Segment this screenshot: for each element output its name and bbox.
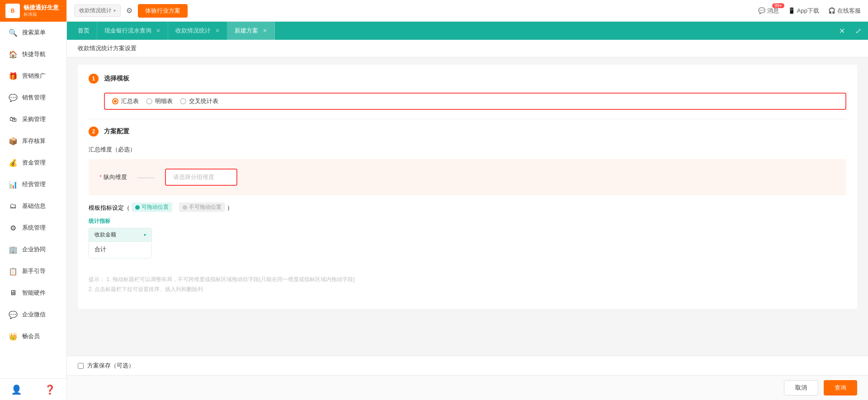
dimension-select-input[interactable]: 请选择分组维度 <box>165 169 237 186</box>
cancel-button[interactable]: 取消 <box>784 380 818 395</box>
logo-icon: B <box>5 4 20 18</box>
tab-bank[interactable]: 现金银行流水查询 ✕ <box>97 22 168 40</box>
purchase-icon: 🛍 <box>9 115 18 123</box>
search-icon: 🔍 <box>9 28 18 37</box>
sales-icon: 💬 <box>9 94 18 102</box>
sidebar-label-corp: 企业协同 <box>22 245 46 254</box>
sidebar-item-quicknav[interactable]: 🏠 快捷导航 <box>0 43 66 65</box>
footer-save: 方案保存（可选） <box>67 356 868 375</box>
dimension-title-text: 汇总维度（必选） <box>89 146 136 153</box>
sidebar-user-btn[interactable]: 👤 <box>0 379 33 400</box>
dimension-title: 汇总维度（必选） <box>89 146 846 154</box>
template-option-cross[interactable]: 交叉统计表 <box>180 97 218 105</box>
app-download-button[interactable]: 📱 App下载 <box>788 7 819 15</box>
hardware-icon: 🖥 <box>9 289 18 297</box>
app-label: App下载 <box>797 7 819 15</box>
sidebar-label-wechat: 企业微信 <box>22 311 46 319</box>
tab-newplan[interactable]: 新建方案 ✕ <box>227 22 275 40</box>
sidebar-label-operation: 经营管理 <box>22 180 46 188</box>
main-section: 1 选择模板 汇总表 明细表 交叉统计表 <box>78 65 857 309</box>
sidebar-label-marketing: 营销推广 <box>22 72 46 80</box>
sidebar-item-sales[interactable]: 💬 销售管理 <box>0 87 66 108</box>
tab-expand-icon[interactable]: ⤢ <box>852 24 864 37</box>
dimension-placeholder: 请选择分组维度 <box>173 174 214 180</box>
template-cross-label: 交叉统计表 <box>189 97 218 105</box>
finance-icon: 💰 <box>9 159 18 167</box>
tab-home-label: 首页 <box>78 27 90 35</box>
metrics-label-row: 模板指标设定（ 可拖动位置 不可拖动位置 ） <box>89 202 846 212</box>
sidebar-item-basic[interactable]: 🗂 基础信息 <box>0 195 66 217</box>
tabbar-controls: ✕ ⤢ <box>835 24 864 37</box>
config-section: 汇总维度（必选） * 纵向维度 —— 请选择分组维度 <box>89 146 846 300</box>
sidebar-label-sales: 销售管理 <box>22 94 46 102</box>
template-summary-label: 汇总表 <box>121 97 139 105</box>
sidebar-label-system: 系统管理 <box>22 224 46 232</box>
step2-badge: 2 <box>89 127 99 136</box>
metrics-col-subtotal: 合计 <box>94 246 106 253</box>
metrics-col-header-payment[interactable]: 收款金额 ▾ <box>89 228 151 242</box>
message-badge: 99+ <box>772 3 784 8</box>
corp-icon: 🏢 <box>9 245 18 254</box>
sidebar-label-basic: 基础信息 <box>22 202 46 210</box>
logo-text: 畅捷通好生意 <box>24 4 59 11</box>
home-icon: 🏠 <box>9 50 18 59</box>
breadcrumb[interactable]: 收款情况统计 ▾ <box>74 5 121 17</box>
sidebar-item-hardware[interactable]: 🖥 智能硬件 <box>0 282 66 304</box>
sidebar-item-finance[interactable]: 💰 资金管理 <box>0 152 66 174</box>
message-button[interactable]: 💬 消息 99+ <box>758 7 779 15</box>
template-option-detail[interactable]: 明细表 <box>146 97 173 105</box>
inventory-icon: 📦 <box>9 137 18 146</box>
save-plan-label: 方案保存（可选） <box>87 362 134 370</box>
main-area: 收款情况统计 ▾ ⚙ 体验行业方案 💬 消息 99+ 📱 App下载 🎧 在线客… <box>67 0 868 400</box>
sidebar-item-search[interactable]: 🔍 搜索菜单 <box>0 22 66 43</box>
topbar-right: 💬 消息 99+ 📱 App下载 🎧 在线客服 <box>758 7 861 15</box>
sidebar-item-member[interactable]: 👑 畅会员 <box>0 325 66 347</box>
tab-newplan-close-icon[interactable]: ✕ <box>263 28 267 34</box>
content-header-title: 收款情况统计方案设置 <box>78 45 137 52</box>
sidebar-label-member: 畅会员 <box>22 332 40 340</box>
dimension-required-star: * 纵向维度 <box>99 173 127 181</box>
metrics-title: 模板指标设定（ 可拖动位置 不可拖动位置 ） <box>89 202 233 212</box>
member-icon: 👑 <box>9 332 18 341</box>
metrics-grid-section-header: 统计指标 <box>89 217 846 225</box>
tab-collection[interactable]: 收款情况统计 ✕ <box>168 22 227 40</box>
content-body: 1 选择模板 汇总表 明细表 交叉统计表 <box>67 57 868 356</box>
app-icon: 📱 <box>788 7 795 14</box>
query-button[interactable]: 查询 <box>824 380 857 395</box>
tabbar: 首页 现金银行流水查询 ✕ 收款情况统计 ✕ 新建方案 ✕ ✕ ⤢ <box>67 22 868 40</box>
topbar: 收款情况统计 ▾ ⚙ 体验行业方案 💬 消息 99+ 📱 App下载 🎧 在线客… <box>67 0 868 22</box>
service-label: 在线客服 <box>837 7 861 15</box>
dimension-arrow-icon: —— <box>138 173 154 182</box>
industry-plan-button[interactable]: 体验行业方案 <box>138 4 188 18</box>
action-bar: 取消 查询 <box>67 375 868 400</box>
sidebar-label-inventory: 库存核算 <box>22 137 46 145</box>
template-option-summary[interactable]: 汇总表 <box>112 97 139 105</box>
sidebar-item-marketing[interactable]: 🎁 营销推广 <box>0 65 66 87</box>
step2-label: 方案配置 <box>104 127 129 136</box>
step1-row: 1 选择模板 <box>89 74 846 84</box>
metrics-col-body-payment: 合计 <box>89 242 151 258</box>
sidebar-item-corp[interactable]: 🏢 企业协同 <box>0 239 66 260</box>
sidebar-item-purchase[interactable]: 🛍 采购管理 <box>0 108 66 130</box>
sidebar-item-inventory[interactable]: 📦 库存核算 <box>0 130 66 152</box>
tab-close-all-icon[interactable]: ✕ <box>835 24 848 37</box>
sidebar-label-quicknav: 快捷导航 <box>22 50 46 58</box>
template-detail-label: 明细表 <box>155 97 173 105</box>
save-plan-checkbox[interactable] <box>78 363 84 369</box>
radio-detail-dot <box>146 98 152 104</box>
sidebar-help-btn[interactable]: ❓ <box>33 379 67 400</box>
sidebar-item-guide[interactable]: 📋 新手引导 <box>0 260 66 282</box>
tab-home[interactable]: 首页 <box>71 22 97 40</box>
system-icon: ⚙ <box>9 224 18 232</box>
online-service-button[interactable]: 🎧 在线客服 <box>828 7 861 15</box>
settings-icon[interactable]: ⚙ <box>126 6 132 15</box>
tab-collection-close-icon[interactable]: ✕ <box>215 28 220 34</box>
draggable-dot-icon <box>135 205 140 210</box>
tab-bank-close-icon[interactable]: ✕ <box>156 28 160 34</box>
sidebar-item-wechat[interactable]: 💬 企业微信 <box>0 304 66 325</box>
sidebar: B 畅捷通好生意 标准版 🔍 搜索菜单 🏠 快捷导航 🎁 营销推广 💬 销售管理… <box>0 0 67 400</box>
metrics-col-chevron-icon: ▾ <box>144 232 146 237</box>
sidebar-item-system[interactable]: ⚙ 系统管理 <box>0 217 66 239</box>
sidebar-item-operation[interactable]: 📊 经营管理 <box>0 174 66 195</box>
sidebar-label-search: 搜索菜单 <box>22 28 46 37</box>
